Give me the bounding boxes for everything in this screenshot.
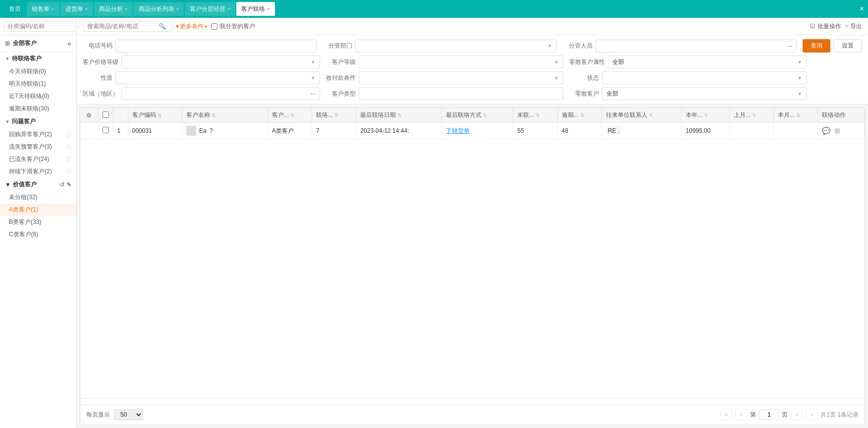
row-last-method[interactable]: 下销货单 bbox=[442, 123, 513, 139]
close-product-list-tab[interactable]: × bbox=[176, 6, 179, 12]
close-product-analysis-tab[interactable]: × bbox=[125, 6, 128, 12]
sidebar-item-churned[interactable]: 已流失客户(24) ⓘ bbox=[0, 153, 76, 165]
close-customer-tier-tab[interactable]: × bbox=[227, 6, 230, 12]
tab-purchase[interactable]: 进货单 × bbox=[60, 2, 93, 16]
home-label: 首页 bbox=[9, 5, 21, 13]
sidebar-item-b-class[interactable]: B类客户(33) bbox=[0, 216, 76, 228]
page-input[interactable] bbox=[759, 410, 779, 420]
tab-customer-contact[interactable]: 客户联络 × bbox=[236, 2, 275, 16]
filter-icon: ▾ bbox=[176, 23, 179, 30]
nature-select[interactable]: ▼ bbox=[115, 71, 320, 84]
dept-select[interactable]: ▼ bbox=[355, 40, 556, 53]
retail-customer-value: 全部 bbox=[606, 90, 618, 98]
value-arrow[interactable]: ▼ bbox=[5, 181, 11, 188]
col-unit-contacts[interactable]: 往来单位联系人 ⇅ bbox=[601, 108, 681, 123]
retail-attr-select[interactable]: 全部 ▼ bbox=[608, 55, 807, 68]
sidebar-item-tomorrow[interactable]: 明天待联络(1) bbox=[0, 78, 76, 90]
tab-home[interactable]: 首页 bbox=[4, 2, 26, 16]
my-customers-checkbox[interactable] bbox=[211, 23, 217, 30]
per-page-select[interactable]: 50 100 200 bbox=[114, 409, 143, 420]
col-name[interactable]: 客户名称 ⇅ bbox=[182, 108, 268, 123]
close-sales-tab[interactable]: × bbox=[52, 6, 54, 12]
last-method-link[interactable]: 下销货单 bbox=[446, 127, 470, 134]
retail-customer-select[interactable]: 全部 ▼ bbox=[602, 87, 807, 100]
col-code[interactable]: 客户编码 ⇅ bbox=[128, 108, 182, 123]
prev-page-btn[interactable]: ‹ bbox=[735, 409, 747, 421]
col-gear[interactable]: ⚙ bbox=[80, 108, 98, 123]
sort-this-month: ⇅ bbox=[796, 112, 800, 118]
table-area: ⚙ 客户编码 ⇅ bbox=[80, 107, 865, 425]
h-scroll-area[interactable] bbox=[80, 398, 865, 404]
next-page-btn[interactable]: › bbox=[791, 409, 803, 421]
edit-icon[interactable]: ✎ bbox=[66, 181, 71, 188]
col-last-contact-method[interactable]: 最后联络方式 ⇅ bbox=[442, 108, 513, 123]
sidebar-collapse-icon[interactable]: « bbox=[67, 40, 71, 48]
col-checkbox[interactable] bbox=[98, 108, 113, 123]
manager-select[interactable]: ··· bbox=[596, 40, 797, 53]
tab-customer-contact-label: 客户联络 bbox=[241, 5, 265, 13]
query-btn[interactable]: 查询 bbox=[803, 39, 830, 53]
sidebar-item-overdue[interactable]: 逾期未联络(30) bbox=[0, 103, 76, 115]
col-this-month[interactable]: 本月... ⇅ bbox=[774, 108, 818, 123]
sidebar-item-abnormal-repurchase[interactable]: 回购异常客户(2) ⓘ bbox=[0, 128, 76, 141]
row-select-checkbox[interactable] bbox=[103, 127, 109, 133]
col-type[interactable]: 客户... ⇅ bbox=[268, 108, 312, 123]
more-conditions-btn[interactable]: ▾ 更多条件 ▾ bbox=[176, 22, 207, 31]
first-page-btn[interactable]: « bbox=[720, 409, 732, 421]
sidebar-item-a-class[interactable]: A类客户(1) bbox=[0, 204, 76, 216]
sidebar-item-churn-warning[interactable]: 流失预警客户(3) ⓘ bbox=[0, 141, 76, 153]
col-this-year[interactable]: 本年... ⇅ bbox=[682, 108, 730, 123]
batch-op-btn[interactable]: ☑ 批量操作 bbox=[810, 22, 841, 31]
customer-level-select[interactable]: ▼ bbox=[359, 55, 563, 68]
sidebar-item-c-class[interactable]: C类客户(6) bbox=[0, 228, 76, 241]
section-problem-customers[interactable]: ▼ 问题客户 bbox=[0, 115, 76, 128]
manager-dots: ··· bbox=[787, 43, 792, 50]
table-scroll[interactable]: ⚙ 客户编码 ⇅ bbox=[80, 108, 865, 398]
payment-select[interactable]: ▼ bbox=[359, 71, 563, 84]
tab-product-analysis[interactable]: 商品分析 × bbox=[94, 2, 133, 16]
select-all-checkbox[interactable] bbox=[103, 111, 109, 118]
tab-customer-tier[interactable]: 客户分层经营 × bbox=[185, 2, 235, 16]
col-no-contact[interactable]: 未联... ⇅ bbox=[513, 108, 557, 123]
sidebar-search-input[interactable] bbox=[4, 21, 77, 32]
price-level-select[interactable]: ▼ bbox=[121, 55, 320, 68]
settings-btn[interactable]: 设置 bbox=[833, 39, 862, 53]
sort-contact: ⇅ bbox=[334, 112, 338, 118]
customer-type-input[interactable] bbox=[359, 87, 563, 100]
filter-search-input[interactable] bbox=[87, 23, 157, 30]
field-nature: 性质 ▼ bbox=[83, 71, 320, 84]
page-suffix: 页 bbox=[782, 411, 788, 419]
refresh-icon[interactable]: ↺ bbox=[59, 181, 64, 188]
sidebar-all-customers[interactable]: ⊞ 全部客户 « bbox=[0, 35, 76, 52]
chat-icon[interactable]: 💬 bbox=[822, 127, 830, 135]
field-status: 状态 ▼ bbox=[569, 71, 807, 84]
region-label: 区域（地区） bbox=[83, 90, 118, 98]
pending-contact-title: 待联络客户 bbox=[12, 54, 42, 63]
section-pending-contact[interactable]: ▼ 待联络客户 bbox=[0, 52, 76, 65]
col-overdue[interactable]: 逾期... ⇅ bbox=[557, 108, 601, 123]
close-purchase-tab[interactable]: × bbox=[85, 6, 88, 12]
sidebar-item-ungrouped[interactable]: 未分组(32) bbox=[0, 191, 76, 204]
row-checkbox[interactable] bbox=[98, 123, 113, 139]
tab-sales[interactable]: 销售单 × bbox=[27, 2, 59, 16]
sidebar-item-7days[interactable]: 近7天待联络(0) bbox=[0, 90, 76, 103]
export-btn[interactable]: ↑ 导出 bbox=[845, 22, 862, 31]
filter-search-icon[interactable]: 🔍 bbox=[159, 23, 166, 30]
close-customer-contact-tab[interactable]: × bbox=[267, 6, 270, 12]
close-all-tabs[interactable]: × bbox=[860, 4, 864, 13]
sidebar-item-declining[interactable]: 持续下滑客户(2) ⓘ bbox=[0, 165, 76, 178]
col-contact[interactable]: 联络... ⇅ bbox=[312, 108, 356, 123]
phone-input[interactable] bbox=[115, 40, 317, 53]
col-last-month[interactable]: 上月... ⇅ bbox=[729, 108, 773, 123]
tab-product-list[interactable]: 商品分析列表 × bbox=[134, 2, 184, 16]
col-last-contact-date[interactable]: 最后联络日期 ⇅ bbox=[356, 108, 442, 123]
field-manager: 分管人员 ··· bbox=[563, 40, 797, 53]
sidebar: 🔍 ⊞ 全部客户 « ▼ 待联络客户 今天待联络(0) 明天待联络(1) 近7天… bbox=[0, 18, 77, 428]
qrcode-icon[interactable]: ⊞ bbox=[834, 127, 840, 135]
last-page-btn[interactable]: » bbox=[806, 409, 817, 421]
status-select[interactable]: ▼ bbox=[602, 71, 807, 84]
export-label: 导出 bbox=[850, 22, 862, 31]
sidebar-item-today[interactable]: 今天待联络(0) bbox=[0, 65, 76, 78]
field-customer-type: 客户类型 bbox=[326, 87, 563, 100]
region-select[interactable]: ··· bbox=[121, 87, 320, 100]
